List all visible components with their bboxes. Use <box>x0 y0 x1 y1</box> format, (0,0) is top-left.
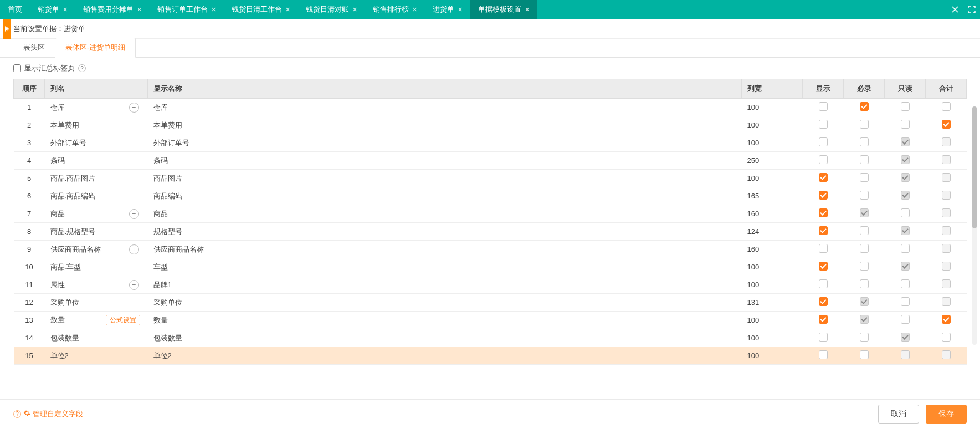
table-row[interactable]: 15单位2单位2100 <box>14 347 967 365</box>
top-tab-6[interactable]: 销售排行榜✕ <box>365 0 425 19</box>
scrollbar[interactable] <box>972 106 977 345</box>
checkbox[interactable] <box>901 155 910 164</box>
cell-width[interactable]: 100 <box>742 329 803 347</box>
top-tab-1[interactable]: 销货单✕ <box>30 0 75 19</box>
cell-display[interactable]: 数量 <box>148 312 742 329</box>
checkbox[interactable] <box>819 137 828 146</box>
top-tab-8[interactable]: 单据模板设置✕ <box>470 0 537 19</box>
table-row[interactable]: 7商品+商品160 <box>14 205 967 223</box>
checkbox[interactable] <box>819 120 828 129</box>
checkbox[interactable] <box>942 315 951 324</box>
cell-display[interactable]: 供应商商品名称 <box>148 241 742 258</box>
add-icon[interactable]: + <box>129 103 139 113</box>
cell-display[interactable]: 条码 <box>148 152 742 170</box>
cell-width[interactable]: 100 <box>742 170 803 187</box>
inner-tab-1[interactable]: 表体区-进货单明细 <box>55 38 136 58</box>
cancel-button[interactable]: 取消 <box>878 405 919 424</box>
cell-width[interactable]: 100 <box>742 276 803 294</box>
checkbox[interactable] <box>901 262 910 271</box>
checkbox[interactable] <box>901 191 910 200</box>
manage-custom-fields-link[interactable]: 管理自定义字段 <box>33 409 83 419</box>
checkbox[interactable] <box>901 173 910 182</box>
close-icon[interactable]: ✕ <box>458 6 463 13</box>
add-icon[interactable]: + <box>129 244 139 254</box>
help-icon[interactable]: ? <box>78 64 86 72</box>
checkbox[interactable] <box>819 173 828 182</box>
table-row[interactable]: 3外部订单号外部订单号100 <box>14 134 967 152</box>
table-row[interactable]: 11属性+品牌1100 <box>14 276 967 294</box>
cell-width[interactable]: 250 <box>742 152 803 170</box>
table-row[interactable]: 2本单费用本单费用100 <box>14 116 967 134</box>
table-row[interactable]: 1仓库+仓库100 <box>14 99 967 116</box>
checkbox[interactable] <box>860 350 869 359</box>
add-icon[interactable]: + <box>129 209 139 219</box>
cell-display[interactable]: 本单费用 <box>148 116 742 134</box>
checkbox[interactable] <box>860 333 869 342</box>
checkbox[interactable] <box>819 262 828 271</box>
cell-width[interactable]: 131 <box>742 294 803 312</box>
checkbox[interactable] <box>860 208 869 217</box>
table-row[interactable]: 14包装数量包装数量100 <box>14 329 967 347</box>
cell-display[interactable]: 商品编码 <box>148 187 742 205</box>
checkbox[interactable] <box>860 226 869 235</box>
close-icon[interactable]: ✕ <box>352 6 357 13</box>
inner-tab-0[interactable]: 表头区 <box>13 38 55 57</box>
top-tab-0[interactable]: 首页 <box>0 0 30 19</box>
checkbox[interactable] <box>860 155 869 164</box>
checkbox[interactable] <box>860 120 869 129</box>
table-row[interactable]: 6商品.商品编码商品编码165 <box>14 187 967 205</box>
checkbox[interactable] <box>819 350 828 359</box>
cell-display[interactable]: 单位2 <box>148 347 742 365</box>
close-icon[interactable]: ✕ <box>525 6 530 13</box>
close-all-tabs-button[interactable] <box>947 0 963 19</box>
top-tab-3[interactable]: 销售订单工作台✕ <box>150 0 224 19</box>
checkbox[interactable] <box>819 226 828 235</box>
show-summary-checkbox[interactable] <box>13 64 21 72</box>
cell-display[interactable]: 规格型号 <box>148 223 742 241</box>
close-icon[interactable]: ✕ <box>211 6 216 13</box>
top-tab-7[interactable]: 进货单✕ <box>425 0 470 19</box>
cell-width[interactable]: 100 <box>742 258 803 276</box>
table-row[interactable]: 9供应商商品名称+供应商商品名称160 <box>14 241 967 258</box>
checkbox[interactable] <box>860 262 869 271</box>
cell-display[interactable]: 商品 <box>148 205 742 223</box>
checkbox[interactable] <box>942 120 951 129</box>
cell-width[interactable]: 100 <box>742 99 803 116</box>
checkbox[interactable] <box>901 120 910 129</box>
close-icon[interactable]: ✕ <box>412 6 417 13</box>
table-row[interactable]: 4条码条码250 <box>14 152 967 170</box>
cell-width[interactable]: 160 <box>742 241 803 258</box>
top-tab-4[interactable]: 钱货日清工作台✕ <box>224 0 298 19</box>
cell-display[interactable]: 包装数量 <box>148 329 742 347</box>
checkbox[interactable] <box>819 208 828 217</box>
close-icon[interactable]: ✕ <box>137 6 142 13</box>
cell-display[interactable]: 仓库 <box>148 99 742 116</box>
cell-width[interactable]: 124 <box>742 223 803 241</box>
checkbox[interactable] <box>819 333 828 342</box>
cell-display[interactable]: 商品图片 <box>148 170 742 187</box>
checkbox[interactable] <box>819 155 828 164</box>
close-icon[interactable]: ✕ <box>285 6 290 13</box>
cell-display[interactable]: 品牌1 <box>148 276 742 294</box>
cell-width[interactable]: 160 <box>742 205 803 223</box>
fullscreen-button[interactable] <box>963 0 980 19</box>
checkbox[interactable] <box>942 102 951 111</box>
checkbox[interactable] <box>819 244 828 253</box>
checkbox[interactable] <box>860 297 869 306</box>
checkbox[interactable] <box>860 191 869 200</box>
checkbox[interactable] <box>901 226 910 235</box>
checkbox[interactable] <box>860 244 869 253</box>
checkbox[interactable] <box>901 208 910 217</box>
checkbox[interactable] <box>901 315 910 324</box>
checkbox[interactable] <box>901 333 910 342</box>
top-tab-5[interactable]: 钱货日清对账✕ <box>298 0 365 19</box>
cell-width[interactable]: 100 <box>742 312 803 329</box>
checkbox[interactable] <box>819 191 828 200</box>
breadcrumb-caret-icon[interactable] <box>3 19 11 39</box>
table-row[interactable]: 8商品.规格型号规格型号124 <box>14 223 967 241</box>
checkbox[interactable] <box>860 137 869 146</box>
checkbox[interactable] <box>819 315 828 324</box>
cell-display[interactable]: 外部订单号 <box>148 134 742 152</box>
save-button[interactable]: 保存 <box>926 405 967 424</box>
table-row[interactable]: 12采购单位采购单位131 <box>14 294 967 312</box>
